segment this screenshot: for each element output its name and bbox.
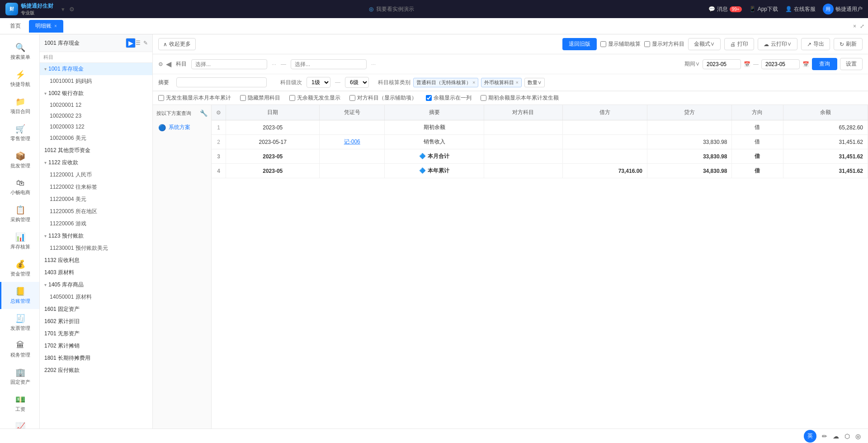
cb-opening-cumulative[interactable]: 期初余额显示本年累计发生额 xyxy=(481,94,559,102)
tree-item-11220001[interactable]: 11220001 人民币 xyxy=(40,169,152,181)
account-nav-btn[interactable]: ▶ xyxy=(126,38,136,48)
bottom-hex-icon[interactable]: ⬡ xyxy=(844,433,850,440)
period-to-input[interactable] xyxy=(761,59,800,69)
tab-close-icon[interactable]: × xyxy=(54,24,57,29)
app-download-btn[interactable]: 📱 App下载 xyxy=(749,5,778,13)
cb-counterpart[interactable]: 对方科目（显示辅助项） xyxy=(349,94,417,102)
collapse-btn[interactable]: ◀ xyxy=(166,60,171,68)
dropdown-btn[interactable]: ▾ xyxy=(61,6,65,13)
tree-item-10020003[interactable]: 10020003 122 xyxy=(40,121,152,132)
sci-input[interactable] xyxy=(191,59,267,69)
expand-btn[interactable]: ∧ 收起更多 xyxy=(158,38,196,50)
close-window-btn[interactable]: × xyxy=(853,23,856,29)
tree-item-1012[interactable]: 1012 其他货币资金 xyxy=(40,144,152,157)
cb-balance-one-col-input[interactable] xyxy=(426,95,432,101)
tree-item-1602[interactable]: 1602 累计折旧 xyxy=(40,315,152,328)
print-btn[interactable]: 🖨 打印 xyxy=(724,38,754,50)
tree-item-1403[interactable]: 1403 原材料 xyxy=(40,267,152,279)
tree-item-11220004[interactable]: 11220004 美元 xyxy=(40,193,152,205)
back-old-btn[interactable]: 退回旧版 xyxy=(562,38,597,50)
cb-hide-disabled-input[interactable] xyxy=(240,95,246,101)
cb-no-balance-input[interactable] xyxy=(289,95,295,101)
sidebar-item-retail[interactable]: 🛒 零售管理 xyxy=(0,119,39,147)
cb-balance-one-col[interactable]: 余额显示在一列 xyxy=(426,94,472,102)
tree-item-1601[interactable]: 1601 固定资产 xyxy=(40,303,152,315)
sci-input-to[interactable] xyxy=(291,59,367,69)
cb-no-amount-input[interactable] xyxy=(158,95,164,101)
demo-btn[interactable]: ◎ 我要看实例演示 xyxy=(369,5,414,13)
sidebar-item-payroll[interactable]: 💵 工资 xyxy=(0,390,39,417)
sidebar-item-project[interactable]: 📁 项目合同 xyxy=(0,92,39,119)
bottom-circle-icon[interactable]: ◎ xyxy=(855,433,861,440)
query-btn[interactable]: 查询 xyxy=(812,58,837,70)
sidebar-item-assets[interactable]: 🏢 固定资产 xyxy=(0,363,39,390)
sidebar-item-quicknav[interactable]: ⚡ 快捷导航 xyxy=(0,65,39,92)
online-service-btn[interactable]: 👤 在线客服 xyxy=(785,5,816,13)
tree-item-1405[interactable]: ▾ 1405 库存商品 xyxy=(40,279,152,291)
cb-show-aux[interactable]: 显示辅助核算 xyxy=(600,40,641,48)
message-btn[interactable]: 💬 消息 99+ xyxy=(708,5,742,13)
summary-input[interactable] xyxy=(176,77,267,87)
table-gear-icon[interactable]: ⚙ xyxy=(216,110,221,116)
sidebar-item-wholesale[interactable]: 📦 批发管理 xyxy=(0,147,39,174)
tree-item-1801[interactable]: 1801 长期待摊费用 xyxy=(40,352,152,364)
tree-item-1122[interactable]: ▾ 1122 应收款 xyxy=(40,157,152,169)
sidebar-item-ledger[interactable]: 📒 总账管理 xyxy=(0,282,39,309)
qty-tag[interactable]: 数量∨ xyxy=(524,78,545,87)
refresh-btn[interactable]: ↻ 刷新 xyxy=(834,38,863,50)
tab-home[interactable]: 首页 xyxy=(4,20,27,33)
edit-icon[interactable]: ✎ xyxy=(143,40,148,46)
tree-container[interactable]: ▾ 1001 库存现金 10010001 妈妈妈 ▾ 1002 银行存款 100… xyxy=(40,63,152,436)
tree-item-1001[interactable]: ▾ 1001 库存现金 xyxy=(40,63,152,75)
cb-show-counterparty[interactable]: 显示对方科目 xyxy=(644,40,684,48)
export-btn[interactable]: ↗ 导出 xyxy=(801,38,830,50)
tree-item-1132[interactable]: 1132 应收利息 xyxy=(40,254,152,267)
cb-no-balance[interactable]: 无余额无发生显示 xyxy=(289,94,340,102)
tree-item-11230001[interactable]: 11230001 预付账款美元 xyxy=(40,242,152,254)
tree-item-10020006[interactable]: 10020006 美元 xyxy=(40,132,152,144)
period-from-input[interactable] xyxy=(703,59,741,69)
cb-opening-cumulative-input[interactable] xyxy=(481,95,486,101)
tree-item-14050001[interactable]: 14050001 原材料 xyxy=(40,291,152,303)
settings-btn[interactable]: 设置 xyxy=(840,58,863,70)
maximize-btn[interactable]: ⤢ xyxy=(860,23,864,29)
sidebar-item-search[interactable]: 🔍 搜索菜单 xyxy=(0,38,39,65)
sidebar-item-inventory[interactable]: 📊 库存核算 xyxy=(0,228,39,255)
tree-item-11220006[interactable]: 11220006 游戏 xyxy=(40,218,152,230)
cat-tag-foreign-close[interactable]: × xyxy=(515,80,518,85)
row-voucher-2[interactable]: 记-006 xyxy=(320,135,385,149)
tree-item-1002[interactable]: ▾ 1002 银行存款 xyxy=(40,87,152,100)
tree-item-10020001[interactable]: 10020001 12 xyxy=(40,100,152,110)
more-dots-2[interactable]: ··· xyxy=(371,61,376,67)
tree-item-11220002[interactable]: 11220002 往来标签 xyxy=(40,181,152,193)
cat-tag-normal-close[interactable]: × xyxy=(472,80,475,85)
cb-show-counterparty-input[interactable] xyxy=(644,41,650,47)
sidebar-item-tax[interactable]: 🏛 税务管理 xyxy=(0,336,39,363)
tree-item-1702[interactable]: 1702 累计摊销 xyxy=(40,340,152,352)
table-container[interactable]: ⚙ 日期 凭证号 摘要 对方科目 借方 贷方 方向 余额 xyxy=(212,105,868,434)
tree-item-1123[interactable]: ▾ 1123 预付账款 xyxy=(40,230,152,242)
cal-icon-to[interactable]: 📅 xyxy=(802,61,809,67)
tree-item-1701[interactable]: 1701 无形资产 xyxy=(40,328,152,340)
tree-item-2202[interactable]: 2202 应付账款 xyxy=(40,364,152,376)
bottom-cloud-icon[interactable]: ☁ xyxy=(833,433,839,440)
amount-style-btn[interactable]: 金额式∨ xyxy=(688,38,721,50)
cloud-print-btn[interactable]: ☁ 云打印∨ xyxy=(758,38,797,50)
sidebar-item-capital[interactable]: 💰 资金管理 xyxy=(0,255,39,282)
user-avatar[interactable]: 用 畅捷通用户 xyxy=(823,4,863,14)
bottom-edit-icon[interactable]: ✏ xyxy=(822,433,827,440)
cb-counterpart-input[interactable] xyxy=(349,95,355,101)
more-dots[interactable]: ··· xyxy=(272,61,276,67)
cb-no-amount[interactable]: 无发生额显示本月本年累计 xyxy=(158,94,231,102)
query-config-icon[interactable]: ⚙ xyxy=(158,61,163,67)
sidebar-item-purchase[interactable]: 📋 采购管理 xyxy=(0,200,39,228)
tree-item-11220005[interactable]: 11220005 所在地区 xyxy=(40,205,152,218)
lqp-collapse-icon[interactable]: 🔧 xyxy=(200,110,208,117)
level-from-select[interactable]: 1级2级3级 xyxy=(307,77,330,88)
lang-btn[interactable]: 英 xyxy=(804,430,816,443)
tab-ledger[interactable]: 明细账 × xyxy=(29,20,63,33)
sidebar-item-invoice[interactable]: 🧾 发票管理 xyxy=(0,309,39,336)
cb-show-aux-input[interactable] xyxy=(600,41,606,47)
sidebar-item-ecommerce[interactable]: 🛍 小畅电商 xyxy=(0,174,39,200)
scheme-item[interactable]: 🔵 系统方案 xyxy=(156,121,208,133)
